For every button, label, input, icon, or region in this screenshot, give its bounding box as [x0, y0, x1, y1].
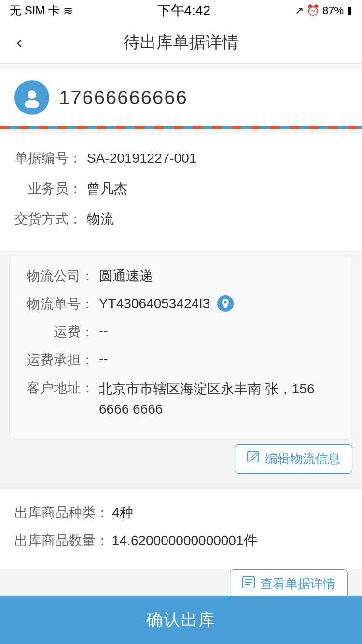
doc-number-row: 单据编号： SA-20191227-001	[14, 149, 348, 168]
freight-label: 运费：	[22, 323, 94, 341]
document-list-icon	[242, 575, 255, 589]
doc-number-label: 单据编号：	[14, 149, 82, 168]
pencil-icon	[247, 450, 260, 464]
battery-icon: ▮	[347, 4, 352, 17]
product-quantity-label: 出库商品数量：	[14, 532, 109, 550]
logistics-tracking-label: 物流单号：	[22, 295, 94, 313]
edit-logistics-button[interactable]: 编辑物流信息	[235, 444, 352, 474]
alarm-icon: ⏰	[306, 4, 320, 17]
doc-number-value: SA-20191227-001	[87, 149, 348, 168]
section-divider	[0, 483, 362, 489]
document-info-section: 单据编号： SA-20191227-001 业务员： 曾凡杰 交货方式： 物流	[0, 134, 362, 250]
confirm-button[interactable]: 确认出库	[0, 596, 362, 644]
user-avatar-icon	[21, 87, 42, 108]
address-label: 客户地址：	[22, 379, 94, 397]
dashed-separator	[0, 126, 362, 129]
battery-text: 87%	[322, 4, 344, 17]
product-types-row: 出库商品种类： 4种	[14, 504, 348, 522]
delivery-value: 物流	[87, 210, 348, 228]
edit-btn-wrap: 编辑物流信息	[0, 444, 362, 483]
product-types-value: 4种	[112, 504, 133, 522]
no-sim-text: 无 SIM 卡 ≋	[10, 3, 73, 18]
salesman-label: 业务员：	[14, 179, 82, 198]
delivery-row: 交货方式： 物流	[14, 210, 348, 228]
confirm-btn-label: 确认出库	[146, 609, 216, 631]
logistics-card: 物流公司： 圆通速递 物流单号： YT43064053424I3 运费： -- …	[10, 255, 352, 439]
back-button[interactable]: ‹	[12, 28, 27, 57]
back-icon: ‹	[16, 32, 22, 52]
page-title: 待出库单据详情	[124, 31, 238, 54]
product-quantity-row: 出库商品数量： 14.620000000000001件	[14, 532, 348, 550]
edit-btn-label: 编辑物流信息	[265, 450, 340, 467]
status-right: ↗ ⏰ 87% ▮	[295, 4, 352, 17]
freight-bearer-label: 运费承担：	[22, 351, 94, 369]
freight-bearer-row: 运费承担： --	[22, 351, 340, 369]
product-section: 出库商品种类： 4种 出库商品数量： 14.620000000000001件	[0, 489, 362, 569]
logistics-tracking-value: YT43064053424I3	[99, 295, 340, 312]
view-detail-button[interactable]: 查看单据详情	[230, 569, 348, 599]
avatar	[14, 80, 49, 115]
svg-point-0	[28, 90, 36, 99]
edit-icon	[247, 450, 260, 467]
tracking-number-text: YT43064053424I3	[99, 296, 210, 311]
address-value: 北京市市辖区海淀区永丰南 张，156 6666 6666	[99, 379, 340, 420]
salesman-value: 曾凡杰	[87, 179, 348, 198]
status-bar: 无 SIM 卡 ≋ 下午4:42 ↗ ⏰ 87% ▮	[0, 0, 362, 21]
product-types-label: 出库商品种类：	[14, 504, 109, 522]
logistics-company-row: 物流公司： 圆通速递	[22, 267, 340, 285]
nav-bar: ‹ 待出库单据详情	[0, 21, 362, 64]
list-icon	[242, 575, 255, 592]
address-row: 客户地址： 北京市市辖区海淀区永丰南 张，156 6666 6666	[22, 379, 340, 420]
status-time: 下午4:42	[157, 1, 211, 20]
salesman-row: 业务员： 曾凡杰	[14, 179, 348, 198]
user-header: 17666666666	[0, 69, 362, 126]
logistics-tracking-row: 物流单号： YT43064053424I3	[22, 295, 340, 313]
svg-point-1	[25, 100, 39, 108]
delivery-label: 交货方式：	[14, 210, 82, 228]
freight-value: --	[99, 323, 340, 338]
freight-bearer-value: --	[99, 351, 340, 366]
location-status-icon: ↗	[295, 4, 304, 17]
logistics-company-label: 物流公司：	[22, 267, 94, 285]
user-phone: 17666666666	[59, 87, 188, 109]
freight-row: 运费： --	[22, 323, 340, 341]
detail-btn-label: 查看单据详情	[260, 575, 335, 592]
map-pin-icon[interactable]	[217, 295, 234, 312]
product-quantity-value: 14.620000000000001件	[112, 532, 257, 550]
status-left: 无 SIM 卡 ≋	[10, 3, 73, 18]
logistics-company-value: 圆通速递	[99, 267, 340, 285]
